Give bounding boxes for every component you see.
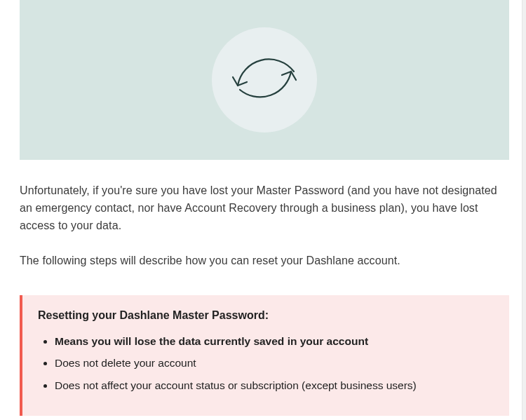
right-edge-divider [522, 0, 526, 420]
callout-title: Resetting your Dashlane Master Password: [38, 309, 494, 322]
callout-item: Means you will lose the data currently s… [55, 333, 494, 349]
body-paragraph-1: Unfortunately, if you're sure you have l… [20, 182, 509, 234]
hero-panel [20, 0, 509, 160]
refresh-cycle-icon [219, 36, 310, 123]
callout-item: Does not delete your account [55, 355, 494, 371]
body-paragraph-2: The following steps will describe how yo… [20, 252, 509, 270]
callout-item: Does not affect your account status or s… [55, 377, 494, 393]
warning-callout: Resetting your Dashlane Master Password:… [20, 295, 509, 416]
callout-list: Means you will lose the data currently s… [38, 333, 494, 393]
article-container: Unfortunately, if you're sure you have l… [0, 0, 526, 416]
hero-icon-background [212, 27, 317, 133]
